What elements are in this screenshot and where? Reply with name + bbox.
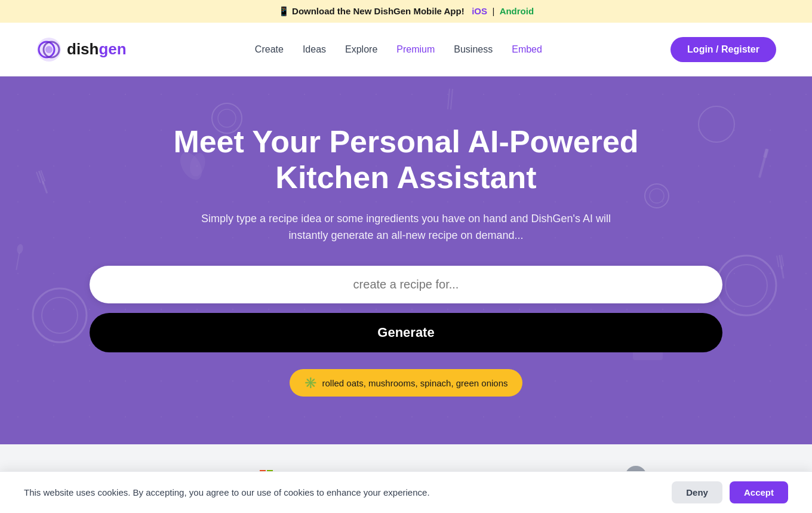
- svg-point-12: [716, 256, 776, 315]
- recipe-search-input[interactable]: [90, 266, 722, 303]
- hero-section: Meet Your Personal AI-Powered Kitchen As…: [0, 76, 812, 444]
- svg-rect-17: [776, 256, 779, 268]
- ios-link[interactable]: iOS: [472, 6, 487, 16]
- logo-text: dishgen: [67, 40, 127, 59]
- svg-rect-18: [781, 254, 784, 266]
- svg-rect-15: [16, 252, 20, 270]
- suggestion-chip[interactable]: ✳️ rolled oats, mushrooms, spinach, gree…: [290, 369, 522, 397]
- main-nav: Create Ideas Explore Premium Business Em…: [255, 44, 542, 55]
- banner-emoji: 📱: [278, 6, 290, 16]
- svg-point-10: [33, 288, 87, 342]
- cookie-banner: This website uses cookies. By accepting,…: [0, 471, 812, 513]
- svg-point-14: [16, 244, 24, 254]
- banner-separator: |: [492, 6, 494, 16]
- top-banner: 📱 Download the New DishGen Mobile App! i…: [0, 0, 812, 23]
- cookie-text: This website uses cookies. By accepting,…: [24, 487, 430, 497]
- svg-rect-19: [780, 266, 783, 269]
- banner-text: Download the New DishGen Mobile App!: [292, 6, 465, 16]
- header: dishgen Create Ideas Explore Premium Bus…: [0, 23, 812, 76]
- svg-point-20: [699, 106, 734, 142]
- svg-point-13: [725, 265, 767, 306]
- android-link[interactable]: Android: [500, 6, 534, 16]
- svg-point-11: [42, 297, 78, 333]
- chip-icon: ✳️: [304, 376, 317, 389]
- svg-rect-26: [447, 88, 450, 109]
- login-register-button[interactable]: Login / Register: [670, 37, 776, 62]
- nav-embed[interactable]: Embed: [512, 44, 542, 55]
- svg-rect-27: [450, 89, 453, 110]
- accept-button[interactable]: Accept: [730, 481, 788, 503]
- nav-premium[interactable]: Premium: [396, 44, 435, 55]
- logo[interactable]: dishgen: [36, 36, 127, 63]
- svg-point-3: [45, 46, 53, 53]
- generate-button[interactable]: Generate: [90, 313, 722, 352]
- deny-button[interactable]: Deny: [672, 481, 722, 503]
- nav-business[interactable]: Business: [454, 44, 493, 55]
- svg-rect-9: [763, 149, 769, 158]
- hero-title: Meet Your Personal AI-Powered Kitchen As…: [137, 124, 675, 196]
- svg-rect-8: [758, 149, 768, 178]
- nav-create[interactable]: Create: [255, 44, 284, 55]
- chip-text: rolled oats, mushrooms, spinach, green o…: [322, 378, 508, 388]
- nav-ideas[interactable]: Ideas: [303, 44, 326, 55]
- svg-rect-5: [36, 171, 41, 183]
- svg-rect-16: [779, 255, 785, 279]
- svg-rect-6: [41, 170, 46, 182]
- logo-icon: [36, 36, 62, 63]
- nav-explore[interactable]: Explore: [345, 44, 377, 55]
- svg-rect-4: [38, 171, 48, 194]
- svg-rect-7: [42, 181, 45, 185]
- cookie-buttons: Deny Accept: [672, 481, 788, 503]
- hero-subtitle: Simply type a recipe idea or some ingred…: [191, 210, 621, 245]
